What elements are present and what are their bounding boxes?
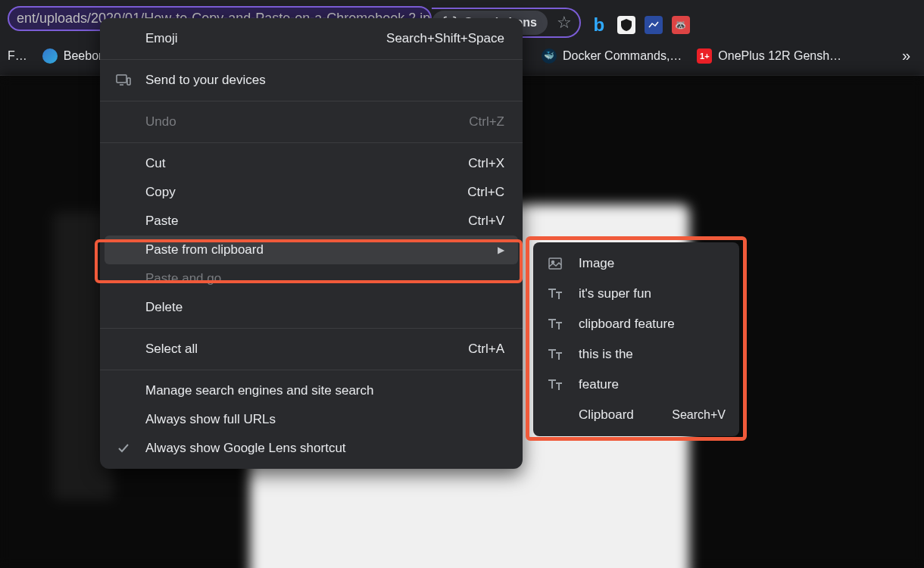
emoji-label: Emoji xyxy=(145,31,178,46)
shortcut-text: Ctrl+V xyxy=(468,214,504,229)
clipboard-item-label: feature xyxy=(579,377,619,392)
bookmark-label: OnePlus 12R Gensh… xyxy=(718,49,841,63)
cut-label: Cut xyxy=(145,156,165,171)
send-devices-label: Send to your devices xyxy=(145,73,266,88)
clipboard-item-label: Image xyxy=(579,256,614,271)
menu-separator xyxy=(100,142,523,143)
full-urls-label: Always show full URLs xyxy=(145,412,276,427)
menu-select-all[interactable]: Select all Ctrl+A xyxy=(100,335,523,364)
clipboard-item-text[interactable]: clipboard feature xyxy=(533,309,739,339)
shield-extension-icon[interactable] xyxy=(617,16,635,34)
site-icon xyxy=(42,48,58,64)
menu-undo: Undo Ctrl+Z xyxy=(100,108,523,136)
paste-clipboard-label: Paste from clipboard xyxy=(145,242,264,257)
shortcut-text: Ctrl+C xyxy=(467,185,504,200)
shortcut-text: Ctrl+X xyxy=(468,156,504,171)
shortcut-text: Ctrl+Z xyxy=(469,114,504,130)
bookmark-item[interactable]: 1+ OnePlus 12R Gensh… xyxy=(697,48,841,64)
text-icon xyxy=(547,316,563,332)
menu-paste[interactable]: Paste Ctrl+V xyxy=(100,207,523,236)
devices-icon xyxy=(115,72,132,89)
menu-separator xyxy=(100,328,523,329)
menu-lens-shortcut[interactable]: Always show Google Lens shortcut xyxy=(100,434,523,463)
check-icon xyxy=(115,440,132,457)
bookmark-item[interactable]: 🐳 Docker Commands,… xyxy=(542,48,682,64)
menu-cut[interactable]: Cut Ctrl+X xyxy=(100,149,523,178)
text-icon xyxy=(547,346,563,363)
clipboard-item-label: this is the xyxy=(579,347,633,362)
menu-emoji[interactable]: Emoji Search+Shift+Space xyxy=(100,24,523,53)
svg-rect-2 xyxy=(127,78,130,85)
text-icon xyxy=(547,286,563,302)
undo-label: Undo xyxy=(145,114,176,130)
menu-copy[interactable]: Copy Ctrl+C xyxy=(100,178,523,207)
menu-manage-search[interactable]: Manage search engines and site search xyxy=(100,376,523,405)
shortcut-text: Search+Shift+Space xyxy=(386,31,504,46)
lens-shortcut-label: Always show Google Lens shortcut xyxy=(145,441,346,456)
shortcut-text: Search+V xyxy=(672,408,726,422)
chevron-right-icon: ▶ xyxy=(498,245,504,255)
svg-point-4 xyxy=(552,261,554,264)
menu-send-to-devices[interactable]: Send to your devices xyxy=(100,66,523,95)
menu-paste-from-clipboard[interactable]: Paste from clipboard ▶ xyxy=(105,236,518,264)
oneplus-icon: 1+ xyxy=(697,48,712,64)
clipboard-item-label: clipboard feature xyxy=(579,317,675,332)
bookmark-label: Docker Commands,… xyxy=(563,49,682,63)
clipboard-footer-label: Clipboard xyxy=(579,407,634,423)
menu-separator xyxy=(100,101,523,101)
text-icon xyxy=(547,376,563,393)
docker-icon: 🐳 xyxy=(542,48,557,64)
bookmark-star-icon[interactable]: ☆ xyxy=(557,13,572,33)
blank-icon xyxy=(547,407,563,423)
analytics-extension-icon[interactable] xyxy=(645,16,663,34)
select-all-label: Select all xyxy=(145,342,198,357)
bookmark-label: F… xyxy=(8,49,27,63)
avatar-extension-icon[interactable]: 🦝 xyxy=(672,16,690,34)
menu-separator xyxy=(100,370,523,370)
menu-full-urls[interactable]: Always show full URLs xyxy=(100,405,523,434)
bookmark-item[interactable]: F… xyxy=(8,49,27,63)
bookmarks-overflow-icon[interactable]: » xyxy=(896,44,916,67)
clipboard-submenu: Image it's super fun clipboard feature t… xyxy=(533,242,739,436)
bing-extension-icon[interactable]: b xyxy=(590,16,608,34)
delete-label: Delete xyxy=(145,300,183,315)
manage-search-label: Manage search engines and site search xyxy=(145,383,373,398)
clipboard-item-text[interactable]: this is the xyxy=(533,339,739,370)
clipboard-footer[interactable]: Clipboard Search+V xyxy=(533,400,739,430)
svg-rect-1 xyxy=(117,75,126,83)
clipboard-item-text[interactable]: it's super fun xyxy=(533,279,739,309)
clipboard-item-label: it's super fun xyxy=(579,286,651,301)
paste-go-label: Paste and go xyxy=(145,271,221,286)
copy-label: Copy xyxy=(145,185,176,200)
clipboard-item-text[interactable]: feature xyxy=(533,370,739,400)
clipboard-item-image[interactable]: Image xyxy=(533,248,739,279)
menu-separator xyxy=(100,59,523,60)
paste-label: Paste xyxy=(145,214,178,229)
image-icon xyxy=(547,255,563,272)
context-menu: Emoji Search+Shift+Space Send to your de… xyxy=(100,18,523,469)
shortcut-text: Ctrl+A xyxy=(468,342,504,357)
menu-delete[interactable]: Delete xyxy=(100,293,523,322)
menu-paste-and-go: Paste and go xyxy=(100,264,523,293)
